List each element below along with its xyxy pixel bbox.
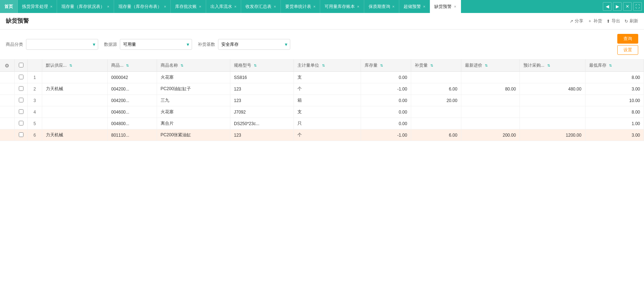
tab-bar: 首页 拣货异常处理 × 现存量（库存状况表） × 现存量（库存分布表） × 库存…	[0, 0, 644, 13]
col-stock-qty-header[interactable]: 库存量 ⇅	[361, 59, 411, 72]
table-container: ⚙ 默认供应... ⇅ 商品... ⇅ 商品名称	[0, 59, 644, 141]
spec-sort-icon: ⇅	[254, 63, 257, 67]
row-estimated-purchase	[520, 106, 586, 118]
row-unit: 支	[294, 106, 361, 118]
row-estimated-purchase: 480.00	[520, 83, 586, 95]
col-latest-price-header[interactable]: 最新进价 ⇅	[461, 59, 519, 72]
tab-stock-status[interactable]: 现存量（库存状况表） ×	[57, 0, 114, 13]
tab-fullscreen-button[interactable]: ⛶	[633, 2, 642, 11]
col-min-stock-header[interactable]: 最低库存 ⇅	[585, 59, 644, 72]
tab-in-out-flow[interactable]: 出入库流水 ×	[206, 0, 241, 13]
close-in-out-flow-tab[interactable]: ×	[234, 4, 236, 9]
tab-home[interactable]: 首页	[0, 0, 18, 13]
row-latest-price: 80.00	[461, 83, 519, 95]
close-available-ledger-tab[interactable]: ×	[357, 4, 359, 9]
row-product-name: 火花塞	[157, 106, 230, 118]
category-label: 商品分类	[6, 41, 23, 48]
row-gear-cell	[0, 83, 14, 95]
table-row: 5 004800... 离合片 DS250*23c... 只 0.00 1.00	[0, 118, 644, 129]
row-product-name: 离合片	[157, 118, 230, 129]
product-name-sort-icon: ⇅	[180, 63, 183, 67]
tab-receive-total[interactable]: 收发存汇总表 ×	[241, 0, 280, 13]
tab-available-ledger[interactable]: 可用量库存账本 ×	[320, 0, 364, 13]
close-stock-dist-tab[interactable]: ×	[164, 4, 166, 9]
close-order-stats-tab[interactable]: ×	[313, 4, 316, 9]
tab-prev-button[interactable]: ◀	[603, 2, 612, 11]
row-index: 2	[27, 83, 42, 95]
column-settings-icon[interactable]: ⚙	[5, 63, 9, 69]
datasource-select[interactable]: 可用量	[120, 39, 192, 50]
row-gear-cell	[0, 118, 14, 129]
close-stockout-tab[interactable]: ×	[454, 4, 456, 9]
tab-close-button[interactable]: ✕	[623, 2, 632, 11]
stock-qty-sort-icon: ⇅	[380, 63, 383, 67]
row-min-stock: 1.00	[585, 118, 644, 129]
query-button[interactable]: 查询	[617, 34, 638, 44]
tab-next-button[interactable]: ▶	[613, 2, 622, 11]
row-stock-qty: 0.00	[361, 95, 411, 106]
row-product-name: PC200油缸缸子	[157, 83, 230, 95]
min-stock-sort-icon: ⇅	[609, 63, 612, 67]
row-checkbox[interactable]	[19, 75, 23, 79]
tab-order-stats[interactable]: 要货单统计表 ×	[281, 0, 320, 13]
row-stock-qty: -1.00	[361, 83, 411, 95]
row-stock-qty: 0.00	[361, 106, 411, 118]
close-batch-account-tab[interactable]: ×	[199, 4, 201, 9]
replenish-button[interactable]: ＋ 补货	[588, 18, 602, 24]
row-replenish-qty	[411, 106, 461, 118]
share-button[interactable]: ↗ 分享	[570, 18, 583, 24]
close-receive-total-tab[interactable]: ×	[274, 4, 276, 9]
close-exception-tab[interactable]: ×	[50, 4, 52, 9]
export-button[interactable]: ⬆ 导出	[606, 18, 620, 24]
col-product-name-header[interactable]: 商品名称 ⇅	[157, 59, 230, 72]
row-latest-price	[461, 95, 519, 106]
datasource-filter-group: 数据源 可用量	[104, 39, 192, 50]
row-checkbox-cell	[14, 129, 27, 141]
col-supplier-header[interactable]: 默认供应... ⇅	[42, 59, 108, 72]
col-replenish-qty-header[interactable]: 补货量 ⇅	[411, 59, 461, 72]
col-spec-header[interactable]: 规格型号 ⇅	[230, 59, 293, 72]
main-content: 缺货预警 ↗ 分享 ＋ 补货 ⬆ 导出 ↻ 刷新 商品分类	[0, 13, 644, 287]
refresh-button[interactable]: ↻ 刷新	[625, 18, 638, 24]
tab-expiry-query[interactable]: 保质期查询 ×	[364, 0, 399, 13]
col-estimated-purchase-header[interactable]: 预计采购... ⇅	[520, 59, 586, 72]
tab-overstock[interactable]: 超储预警 ×	[399, 0, 430, 13]
row-supplier	[42, 72, 108, 83]
tab-exception[interactable]: 拣货异常处理 ×	[18, 0, 57, 13]
row-replenish-qty: 6.00	[411, 129, 461, 141]
row-unit: 支	[294, 72, 361, 83]
row-checkbox[interactable]	[19, 132, 23, 137]
row-checkbox[interactable]	[19, 86, 23, 91]
row-product-code: 004600...	[108, 106, 157, 118]
row-supplier	[42, 118, 108, 129]
col-product-code-header[interactable]: 商品... ⇅	[108, 59, 157, 72]
row-replenish-qty	[411, 118, 461, 129]
col-checkbox-header	[14, 59, 27, 72]
category-select[interactable]	[26, 39, 98, 50]
tab-stock-dist[interactable]: 现存量（库存分布表） ×	[114, 0, 171, 13]
row-unit: 个	[294, 83, 361, 95]
row-product-code: 0000042	[108, 72, 157, 83]
table-row: 1 0000042 火花塞 SS816 支 0.00 8.00	[0, 72, 644, 83]
close-overstock-tab[interactable]: ×	[423, 4, 425, 9]
row-min-stock: 8.00	[585, 106, 644, 118]
settings-button[interactable]: 设置	[617, 45, 638, 55]
datasource-select-wrapper: 可用量	[120, 39, 192, 50]
replenish-base-select[interactable]: 安全库存	[218, 39, 290, 50]
row-replenish-qty: 6.00	[411, 83, 461, 95]
select-all-checkbox[interactable]	[19, 63, 23, 67]
replenish-qty-sort-icon: ⇅	[430, 63, 433, 67]
row-checkbox[interactable]	[19, 121, 23, 125]
row-checkbox[interactable]	[19, 109, 23, 114]
category-select-wrapper	[26, 39, 98, 50]
replenish-base-select-wrapper: 安全库存	[218, 39, 290, 50]
close-expiry-query-tab[interactable]: ×	[392, 4, 395, 9]
row-min-stock: 3.00	[585, 129, 644, 141]
col-unit-header[interactable]: 主计量单位 ⇅	[294, 59, 361, 72]
tab-batch-account[interactable]: 库存批次账 ×	[171, 0, 206, 13]
row-checkbox[interactable]	[19, 98, 23, 102]
tab-stockout[interactable]: 缺货预警 ×	[430, 0, 461, 13]
close-stock-status-tab[interactable]: ×	[107, 4, 109, 9]
row-gear-cell	[0, 95, 14, 106]
replenish-icon: ＋	[588, 18, 592, 24]
